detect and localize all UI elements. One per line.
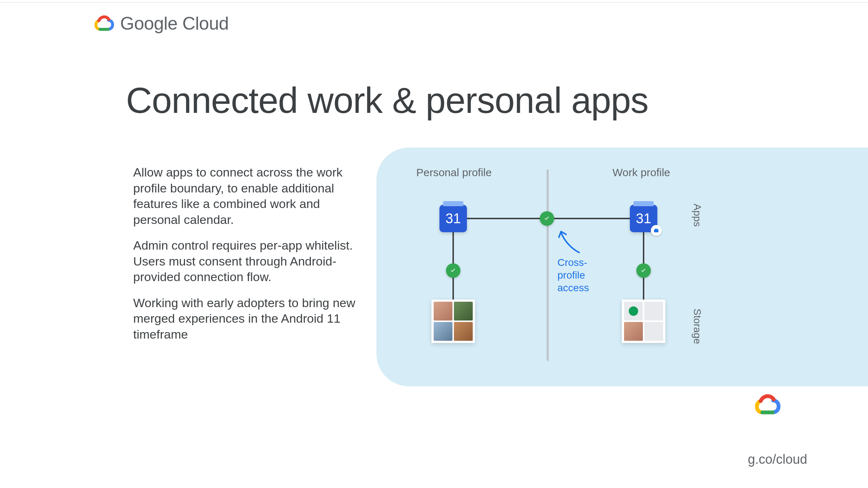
work-calendar-icon: 31 — [630, 205, 657, 232]
apps-axis-label: Apps — [691, 204, 703, 227]
personal-calendar-icon: 31 — [439, 205, 467, 232]
calendar-day: 31 — [636, 211, 651, 226]
paragraph-2: Admin control requires per-app whitelist… — [133, 238, 365, 285]
personal-storage-icon — [431, 300, 475, 343]
personal-profile-label: Personal profile — [416, 166, 492, 179]
cross-profile-check-icon — [540, 211, 554, 226]
body-text: Allow apps to connect across the work pr… — [133, 165, 365, 352]
top-divider — [0, 2, 868, 3]
cross-profile-arrow-icon — [557, 227, 586, 256]
logo-text-google: Google — [120, 13, 177, 34]
personal-storage-check-icon — [446, 263, 460, 278]
slide-title: Connected work & personal apps — [126, 80, 648, 121]
cross-profile-access-label: Cross- profile access — [557, 256, 612, 294]
paragraph-3: Working with early adopters to bring new… — [133, 295, 365, 343]
logo-text-cloud: Cloud — [177, 13, 229, 34]
file-thumbnail — [644, 302, 663, 321]
file-thumbnail — [624, 322, 643, 341]
photo-thumbnail — [434, 302, 452, 321]
photo-thumbnail — [454, 302, 473, 321]
diagram-panel: Personal profile Work profile Apps Stora… — [376, 148, 868, 386]
work-profile-label: Work profile — [612, 166, 670, 179]
photo-thumbnail — [454, 322, 473, 341]
file-thumbnail — [644, 322, 663, 341]
calendar-day: 31 — [446, 211, 461, 226]
profile-divider — [547, 169, 549, 361]
work-storage-check-icon — [636, 263, 651, 278]
footer-url: g.co/cloud — [748, 452, 807, 467]
google-cloud-logo: Google Cloud — [94, 13, 229, 34]
logo-text: Google Cloud — [120, 13, 229, 34]
google-cloud-icon-small — [754, 394, 781, 416]
google-cloud-icon — [94, 15, 114, 32]
file-thumbnail — [624, 302, 643, 321]
work-badge-icon — [651, 225, 662, 236]
paragraph-1: Allow apps to connect across the work pr… — [133, 165, 365, 228]
storage-axis-label: Storage — [691, 309, 703, 344]
work-storage-icon — [622, 300, 665, 343]
slide: Google Cloud Connected work & personal a… — [0, 0, 868, 488]
photo-thumbnail — [434, 322, 452, 341]
